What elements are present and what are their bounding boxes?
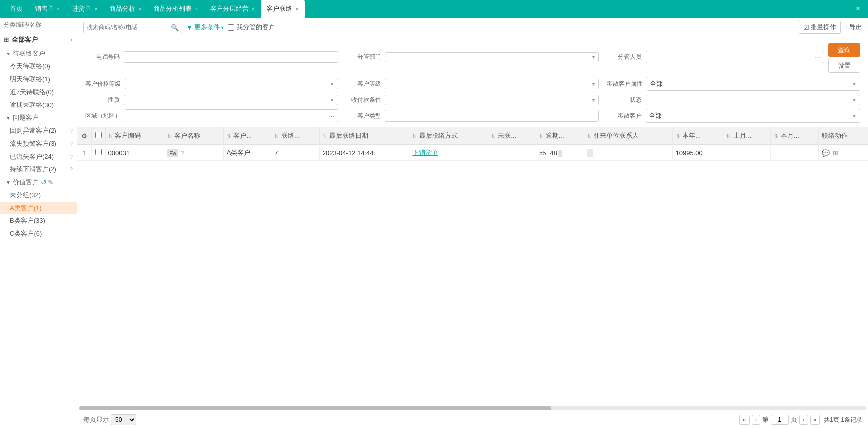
- dept-select[interactable]: ▼: [385, 52, 599, 62]
- region-dots[interactable]: ···: [329, 112, 335, 120]
- col-name: ⇅ 客户名称: [164, 127, 224, 145]
- close-product-list-tab[interactable]: ×: [195, 6, 198, 12]
- settings-gear-icon[interactable]: ⚙: [81, 132, 87, 140]
- sidebar-item-c-class[interactable]: C类客户(6): [0, 227, 77, 240]
- sidebar-item-declining[interactable]: 持续下滑客户(2) ?: [0, 163, 77, 176]
- filter-row-dept: 分管部门 ▼: [346, 41, 599, 73]
- prev-page-btn[interactable]: ‹: [752, 415, 760, 425]
- nav-home[interactable]: 首页: [4, 0, 29, 18]
- nav-sales[interactable]: 销售单 ×: [29, 0, 66, 18]
- nav-product-list[interactable]: 商品分析列表 ×: [147, 0, 204, 18]
- customer-type-input[interactable]: [385, 110, 599, 122]
- batch-op-button[interactable]: ☑ 批量操作: [799, 21, 841, 34]
- filter-toolbar: 🔍 ▼ 更多条件 ▾ 我分管的客户 ☑ 批量操作 ↑ 导出: [77, 18, 868, 37]
- sidebar-group-value[interactable]: ▼ 价值客户 ↺ ✎: [0, 176, 77, 189]
- col-icon-person: ⇅: [587, 133, 591, 139]
- scatter-attr-select[interactable]: 全部 ▼: [647, 77, 860, 91]
- sidebar-collapse-btn[interactable]: ‹: [71, 36, 73, 43]
- triangle-icon-2: ▼: [6, 115, 11, 121]
- close-purchase-tab[interactable]: ×: [94, 6, 97, 12]
- manager-input[interactable]: ···: [646, 51, 824, 63]
- col-icon-year: ⇅: [676, 133, 680, 139]
- triangle-icon-3: ▼: [6, 180, 11, 185]
- sidebar-group-problem[interactable]: ▼ 问题客户: [0, 111, 77, 124]
- col-this-year: ⇅ 本年...: [672, 127, 723, 145]
- filter-row-payment: 收付款条件 ▼: [346, 95, 599, 105]
- nav-product-analysis[interactable]: 商品分析 ×: [104, 0, 147, 18]
- sidebar-item-7days-pending[interactable]: 近7天待联络(0): [0, 86, 77, 99]
- price-grade-select[interactable]: ▼: [125, 79, 338, 89]
- contact-method-link[interactable]: 下销货单: [412, 149, 438, 156]
- phone-input[interactable]: [124, 51, 338, 63]
- sidebar-item-a-class[interactable]: A类客户(1): [0, 202, 77, 214]
- query-button[interactable]: 查询: [828, 43, 860, 57]
- advanced-filter-panel: 电话号码 分管部门 ▼ 分管人员 ··· 查询 设置: [77, 37, 868, 127]
- sidebar-search-input[interactable]: [4, 21, 77, 28]
- chevron-down-icon: ▾: [221, 25, 224, 30]
- qr-icon[interactable]: ⊞: [833, 149, 838, 157]
- customer-grade-select[interactable]: ▼: [385, 79, 599, 89]
- close-sales-tab[interactable]: ×: [57, 6, 60, 12]
- sidebar-item-repurchase-abnormal[interactable]: 回购异常客户(2) ?: [0, 124, 77, 137]
- sidebar-item-overdue-contact[interactable]: 逾期未联络(30): [0, 99, 77, 111]
- col-icon-uncontacted: ⇅: [491, 133, 495, 139]
- sidebar-item-churn-warning[interactable]: 流失预警客户(3) ?: [0, 137, 77, 150]
- sidebar-item-today-pending[interactable]: 今天待联络(0): [0, 60, 77, 73]
- edit-group-icon[interactable]: ✎: [48, 178, 54, 186]
- sidebar-group-pending[interactable]: ▼ 待联络客户: [0, 47, 77, 60]
- close-all-tabs[interactable]: ×: [852, 4, 864, 13]
- scatter-attr-label: 零散客户属性: [607, 80, 643, 88]
- nav-purchase[interactable]: 进货单 ×: [66, 0, 103, 18]
- col-customer-type: ⇅ 客户...: [223, 127, 271, 145]
- scrollbar-thumb[interactable]: [79, 406, 551, 410]
- sidebar-item-tomorrow-pending[interactable]: 明天待联络(1): [0, 73, 77, 86]
- row-checkbox[interactable]: [95, 149, 102, 155]
- nature-select[interactable]: ▼: [124, 95, 338, 105]
- row-last-contact-method: 下销货单: [409, 145, 488, 161]
- nav-customer-contact[interactable]: 客户联络 ×: [261, 0, 304, 18]
- manager-dots[interactable]: ···: [815, 53, 821, 61]
- more-filters-btn[interactable]: ▼ 更多条件 ▾: [186, 23, 224, 32]
- close-customer-contact-tab[interactable]: ×: [295, 6, 298, 12]
- payment-select[interactable]: ▼: [385, 95, 599, 105]
- my-customers-checkbox[interactable]: 我分管的客户: [228, 23, 275, 32]
- page-number-input[interactable]: [771, 415, 789, 425]
- row-this-month: [771, 145, 819, 161]
- status-select[interactable]: ▼: [646, 95, 860, 105]
- close-product-analysis-tab[interactable]: ×: [138, 6, 141, 12]
- col-code: ⇅ 客户编码: [105, 127, 164, 145]
- search-input[interactable]: [87, 24, 171, 31]
- query-action-buttons: 查询 设置: [828, 41, 860, 73]
- sidebar-item-b-class[interactable]: B类客户(33): [0, 214, 77, 227]
- filter-row-region: 区域（地区） ···: [85, 109, 338, 123]
- sidebar-item-churned[interactable]: 已流失客户(24) ?: [0, 150, 77, 163]
- select-all-checkbox[interactable]: [95, 132, 102, 138]
- first-page-btn[interactable]: «: [739, 415, 750, 425]
- dept-label: 分管部门: [346, 53, 381, 61]
- horizontal-scrollbar[interactable]: [77, 405, 868, 411]
- search-icon[interactable]: 🔍: [171, 24, 179, 31]
- next-page-btn[interactable]: ›: [799, 415, 808, 425]
- grid-icon: ⊞: [4, 36, 9, 43]
- sidebar-all-customers: ⊞ 全部客户 ‹: [0, 32, 77, 47]
- close-customer-segment-tab[interactable]: ×: [252, 6, 255, 12]
- col-icon-overdue: ⇅: [539, 133, 543, 139]
- region-select[interactable]: ···: [125, 109, 338, 122]
- refresh-icon[interactable]: ↺: [41, 178, 47, 186]
- per-page-select[interactable]: 50 100 200: [111, 414, 136, 425]
- row-last-contact-date: 2023-04-12 14:44:: [319, 145, 409, 161]
- settings-button[interactable]: 设置: [828, 59, 860, 73]
- filter-row-scatter-customer: 零散客户 全部 ▼: [607, 109, 860, 123]
- export-button[interactable]: ↑ 导出: [845, 23, 863, 32]
- chat-icon[interactable]: 💬: [822, 149, 830, 157]
- triangle-icon: ▼: [6, 51, 11, 56]
- sidebar-item-unclassified[interactable]: 未分组(32): [0, 189, 77, 202]
- top-nav: 首页 销售单 × 进货单 × 商品分析 × 商品分析列表 × 客户分层经营 × …: [0, 0, 868, 18]
- checkbox-icon: ☑: [803, 24, 809, 31]
- nav-customer-segment[interactable]: 客户分层经营 ×: [204, 0, 261, 18]
- sidebar-search-box: 🔍: [0, 18, 77, 32]
- filter-row-scatter-attr: 零散客户属性 全部 ▼: [607, 77, 860, 91]
- last-page-btn[interactable]: »: [810, 415, 820, 425]
- scatter-customer-select[interactable]: 全部 ▼: [646, 109, 860, 123]
- my-customers-check[interactable]: [228, 24, 234, 31]
